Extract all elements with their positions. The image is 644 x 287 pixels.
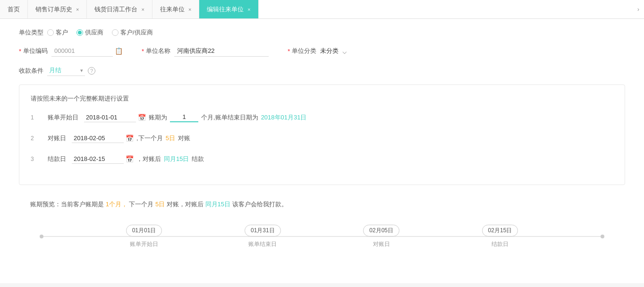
tab-edit-contact-label: 编辑往来单位 (207, 5, 244, 14)
unit-details-row: * 单位编码 📋 * 单位名称 * 单位分类 未分类 ⌵ (19, 45, 625, 57)
billing-row-3: 3 结款日 📅 ，对账后 同月15日 结款 (31, 154, 613, 164)
payment-terms-row: 收款条件 月结 ▾ ? (19, 65, 625, 76)
timeline-node-2: 01月31日 账单结束日 (245, 225, 281, 248)
main-content: 单位类型 客户 供应商 客户/供应商 * 单位编码 📋 * 单位名称 (0, 19, 644, 283)
radio-customer-supplier-label: 客户/供应商 (120, 28, 153, 37)
billing-row-2: 2 对账日 📅 ,下一个月 5日 对账 (31, 134, 613, 143)
payment-date-input[interactable] (72, 154, 124, 164)
section-title: 请按照未来的一个完整帐期进行设置 (31, 94, 613, 103)
row-num-2: 2 (31, 135, 40, 142)
preview-section: 账期预览：当前客户账期是 1个月， 下一个月 5日 对账，对账后 同月15日 该… (19, 194, 625, 215)
timeline-badge-3: 02月05日 (363, 225, 399, 236)
tab-contacts-label: 往来单位 (160, 5, 185, 14)
payment-prefix: ，对账后 (136, 155, 161, 163)
billing-section: 请按照未来的一个完整帐期进行设置 1 账单开始日 📅 账期为 个月,账单结束日期… (19, 84, 625, 185)
payment-suffix: 结款 (192, 155, 204, 163)
timeline-dot-end (601, 235, 604, 238)
radio-customer-label: 客户 (56, 28, 68, 37)
timeline-label-4: 结款日 (491, 240, 508, 248)
billing-row-1: 1 账单开始日 📅 账期为 个月,账单结束日期为 2018年01月31日 (31, 112, 613, 122)
payment-terms-value: 月结 (49, 66, 77, 75)
tab-contacts[interactable]: 往来单位 × (153, 0, 199, 18)
timeline-label-1: 账单开始日 (130, 240, 158, 248)
timeline-items: 01月01日 账单开始日 01月31日 账单结束日 02月05日 对账日 02月… (40, 225, 604, 248)
period-prefix: 账期为 (149, 113, 167, 122)
row-num-1: 1 (31, 114, 40, 121)
calendar-icon-2[interactable]: 📅 (126, 135, 134, 142)
tab-sales-history-label: 销售订单历史 (35, 5, 72, 14)
radio-customer-circle (47, 29, 54, 36)
preview-text: 账期预览：当前客户账期是 1个月， 下一个月 5日 对账，对账后 同月15日 该… (30, 201, 288, 208)
payment-highlight: 同月15日 (164, 155, 189, 163)
tab-edit-contact[interactable]: 编辑往来单位 × (199, 0, 258, 18)
radio-customer-supplier-circle (112, 29, 119, 36)
tab-overflow-chevron[interactable]: › (633, 6, 644, 13)
help-icon[interactable]: ? (88, 67, 95, 75)
chevron-down-icon: ▾ (80, 68, 83, 74)
billing-start-date-input[interactable] (84, 113, 136, 122)
radio-customer[interactable]: 客户 (47, 28, 68, 37)
radio-group-unit-type: 客户 供应商 客户/供应商 (47, 28, 153, 37)
unit-classify-block: * 单位分类 未分类 ⌵ (288, 47, 367, 56)
preview-payment-suffix: 该客户会给我打款。 (232, 201, 288, 208)
timeline-badge-2: 01月31日 (245, 225, 281, 236)
required-star-name: * (142, 48, 144, 55)
unit-type-label: 单位类型 (19, 28, 43, 37)
calendar-icon-3[interactable]: 📅 (126, 155, 134, 163)
tab-home-label: 首页 (8, 5, 20, 14)
timeline-line: 01月01日 账单开始日 01月31日 账单结束日 02月05日 对账日 02月… (40, 225, 604, 248)
timeline-badge-1: 01月01日 (126, 225, 162, 236)
unit-code-label: 单位编码 (23, 47, 48, 55)
unit-name-label: 单位名称 (146, 47, 170, 55)
radio-supplier[interactable]: 供应商 (76, 28, 103, 37)
timeline-section: 01月01日 账单开始日 01月31日 账单结束日 02月05日 对账日 02月… (19, 215, 625, 253)
unit-code-input[interactable] (51, 45, 113, 57)
unit-classify-dropdown[interactable]: 未分类 ⌵ (320, 47, 367, 56)
reconcile-highlight: 5日 (166, 134, 175, 143)
tabs-bar: 首页 销售订单历史 × 钱货日清工作台 × 往来单位 × 编辑往来单位 × › (0, 0, 644, 19)
unit-name-block: * 单位名称 (142, 45, 269, 57)
required-star-classify: * (288, 48, 290, 55)
close-icon[interactable]: × (247, 7, 250, 12)
preview-reconcile-prefix: 下一个月 (129, 201, 153, 208)
billing-period-input[interactable] (170, 112, 198, 122)
tab-sales-history[interactable]: 销售订单历史 × (28, 0, 87, 18)
timeline-node-1: 01月01日 账单开始日 (126, 225, 162, 248)
unit-type-row: 单位类型 客户 供应商 客户/供应商 (19, 28, 625, 37)
preview-reconcile-orange: 5日 (155, 201, 165, 208)
preview-period-orange: 1个月， (106, 201, 127, 208)
reconcile-suffix: 对账 (178, 134, 190, 143)
radio-supplier-circle (76, 29, 83, 36)
preview-reconcile-suffix: 对账，对账后 (167, 201, 203, 208)
close-icon[interactable]: × (141, 7, 144, 12)
timeline-dot-start (40, 235, 43, 238)
timeline-node-4: 02月15日 结款日 (482, 225, 518, 248)
row-field-label-3: 结款日 (48, 155, 66, 163)
timeline-label-3: 对账日 (373, 240, 390, 248)
row-field-label-2: 对账日 (48, 134, 66, 143)
reconcile-prefix: ,下一个月 (136, 134, 163, 143)
row-field-label-1: 账单开始日 (48, 113, 78, 122)
period-end-date: 2018年01月31日 (261, 113, 307, 122)
timeline-label-2: 账单结束日 (248, 240, 277, 248)
calendar-icon-1[interactable]: 📅 (138, 114, 146, 121)
copy-icon[interactable]: 📋 (115, 47, 123, 55)
close-icon[interactable]: × (188, 7, 191, 12)
radio-customer-supplier[interactable]: 客户/供应商 (112, 28, 153, 37)
tab-home[interactable]: 首页 (0, 0, 28, 18)
unit-classify-label: 单位分类 (292, 47, 316, 55)
preview-payment-teal: 同月15日 (205, 201, 230, 208)
unit-name-input[interactable] (174, 45, 269, 57)
close-icon[interactable]: × (76, 7, 79, 12)
row-num-3: 3 (31, 156, 40, 162)
reconcile-date-input[interactable] (72, 134, 124, 143)
unit-classify-value: 未分类 (320, 47, 339, 55)
chevron-down-icon: ⌵ (342, 47, 347, 56)
payment-terms-dropdown[interactable]: 月结 ▾ (47, 65, 85, 76)
radio-supplier-label: 供应商 (85, 28, 103, 37)
period-unit: 个月,账单结束日期为 (201, 113, 258, 122)
tab-cash-workbench-label: 钱货日清工作台 (94, 5, 137, 14)
tab-cash-workbench[interactable]: 钱货日清工作台 × (87, 0, 152, 18)
unit-code-block: * 单位编码 📋 (19, 45, 123, 57)
preview-label: 账期预览：当前客户账期是 (30, 201, 104, 208)
